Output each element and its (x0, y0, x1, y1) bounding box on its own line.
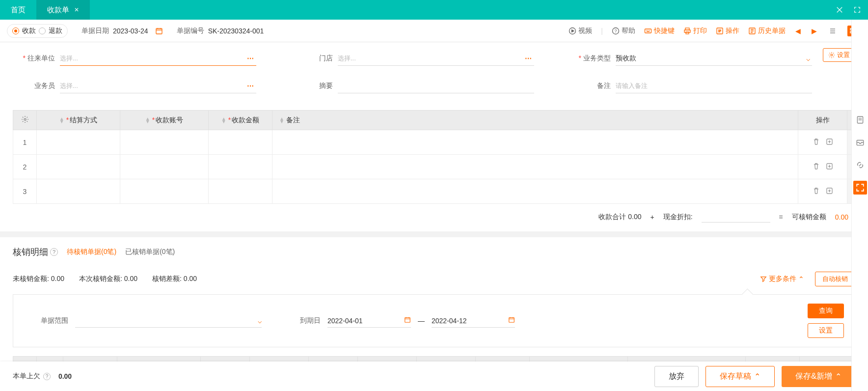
cell-pay-method[interactable] (37, 179, 120, 204)
cell-remark[interactable] (272, 179, 798, 204)
cell-account[interactable] (120, 179, 209, 204)
tab-home-label: 首页 (11, 5, 26, 15)
auto-verify-button[interactable]: 自动核销 (815, 272, 855, 286)
date-to-input[interactable]: 2022-04-12 (432, 314, 515, 328)
toolbar-operate-label: 操作 (726, 27, 739, 35)
cell-remark[interactable] (272, 130, 798, 155)
row-index: 3 (13, 179, 37, 204)
add-row-icon[interactable] (826, 138, 833, 147)
help-icon[interactable]: ? (50, 248, 58, 256)
chevron-down-icon: ⌵ (806, 55, 810, 62)
biz-type-label: 业务类型 (569, 54, 611, 63)
sum-value: 0.00 (628, 213, 641, 221)
chevron-up-icon: ⌃ (754, 372, 760, 381)
calendar-icon[interactable] (155, 27, 163, 35)
help-icon[interactable]: ? (43, 373, 51, 380)
biz-type-select[interactable]: 预收款 ⌵ (616, 51, 812, 66)
field-agent: 业务员 选择... ⋯ (13, 79, 256, 93)
toolbar-print[interactable]: 打印 (683, 27, 707, 35)
chevron-up-icon: ⌃ (835, 372, 841, 381)
next-doc-icon[interactable]: ▶ (811, 27, 818, 35)
tab-home[interactable]: 首页 (0, 0, 36, 20)
remark-input[interactable]: 请输入备注 (616, 79, 812, 93)
view-list-icon[interactable] (827, 26, 839, 36)
tab-receipt[interactable]: 收款单 ✕ (36, 0, 90, 20)
window-close-icon[interactable] (835, 5, 844, 15)
query-button[interactable]: 查询 (808, 304, 844, 318)
sum-label: 收款合计 (598, 213, 626, 221)
col-pay-method[interactable]: ▲▼*结算方式 (37, 111, 120, 130)
form-settings-button[interactable]: 设置 (823, 48, 855, 62)
toolbar-shortcut[interactable]: 快捷键 (644, 27, 675, 35)
table-row[interactable]: 1 (13, 130, 855, 155)
range-select[interactable]: ⌵ (75, 314, 262, 328)
tab-pending-verify[interactable]: 待核销单据(0笔) (67, 248, 116, 256)
totals-row: 收款合计 0.00 + 现金折扣: = 可核销金额 0.00 (0, 210, 868, 231)
svg-rect-0 (156, 28, 162, 34)
more-icon[interactable]: ⋯ (525, 55, 532, 62)
window-fullscreen-icon[interactable] (852, 5, 862, 15)
delete-row-icon[interactable] (813, 138, 820, 147)
svg-point-13 (24, 118, 26, 120)
delete-row-icon[interactable] (813, 163, 820, 171)
toolbar-video[interactable]: 视频 (569, 27, 592, 35)
plus-sign: + (650, 213, 654, 221)
more-icon[interactable]: ⋯ (247, 82, 254, 90)
cell-amount[interactable] (209, 155, 272, 179)
radio-receive[interactable]: 收款 (12, 27, 36, 35)
store-input[interactable]: 选择... ⋯ (338, 51, 534, 66)
rail-link-icon[interactable] (853, 158, 867, 172)
cell-account[interactable] (120, 130, 209, 155)
form-area: 往来单位 选择... ⋯ 门店 选择... ⋯ 业务类型 预收款 ⌵ (0, 42, 868, 110)
counterparty-input[interactable]: 选择... ⋯ (60, 51, 256, 66)
discard-button[interactable]: 放弃 (654, 366, 699, 387)
summary-input[interactable] (338, 79, 534, 93)
calendar-icon[interactable] (404, 316, 411, 325)
col-amount[interactable]: ▲▼*收款金额 (209, 111, 272, 130)
table-row[interactable]: 3 (13, 179, 855, 204)
close-icon[interactable]: ✕ (74, 6, 79, 13)
col-account[interactable]: ▲▼*收款账号 (120, 111, 209, 130)
cell-amount[interactable] (209, 130, 272, 155)
filter-settings-button[interactable]: 设置 (808, 323, 844, 338)
due-label: 到期日 (276, 316, 321, 325)
rail-note-icon[interactable] (853, 113, 867, 127)
toolbar-history[interactable]: 历史单据 (748, 27, 786, 35)
add-row-icon[interactable] (826, 163, 833, 171)
table-row[interactable]: 2 (13, 155, 855, 179)
doc-date-label: 单据日期 (81, 27, 109, 35)
more-conditions-button[interactable]: 更多条件 ⌃ (760, 275, 804, 283)
add-row-icon[interactable] (826, 187, 833, 196)
save-draft-button[interactable]: 保存草稿 ⌃ (705, 366, 775, 387)
doc-date-value[interactable]: 2023-03-24 (113, 27, 148, 35)
chevron-down-icon: ⌵ (258, 317, 262, 325)
cell-account[interactable] (120, 155, 209, 179)
rail-inbox-icon[interactable] (853, 136, 867, 149)
verification-section: 核销明细 ? 待核销单据(0笔) 已核销单据(0笔) 未核销金额: 0.00 本… (0, 237, 868, 379)
table-gear-header[interactable] (13, 111, 37, 130)
cell-remark[interactable] (272, 155, 798, 179)
save-new-button[interactable]: 保存&新增 ⌃ (782, 366, 855, 387)
cell-pay-method[interactable] (37, 130, 120, 155)
svg-rect-17 (405, 318, 410, 323)
toolbar-operate[interactable]: 操作 (716, 27, 739, 35)
more-icon[interactable]: ⋯ (247, 55, 254, 62)
discount-input[interactable] (702, 212, 770, 223)
col-remark[interactable]: ▲▼备注 (272, 111, 798, 130)
summary-label: 摘要 (291, 82, 333, 90)
toolbar-help[interactable]: ? 帮助 (612, 27, 635, 35)
cell-pay-method[interactable] (37, 155, 120, 179)
date-from-input[interactable]: 2022-04-01 (327, 314, 411, 328)
calendar-icon[interactable] (508, 316, 515, 325)
radio-refund[interactable]: 退款 (39, 27, 62, 35)
prev-doc-icon[interactable]: ◀ (794, 27, 802, 35)
delete-row-icon[interactable] (813, 187, 820, 196)
cell-amount[interactable] (209, 179, 272, 204)
store-label: 门店 (291, 54, 333, 63)
row-index: 1 (13, 130, 37, 155)
agent-input[interactable]: 选择... ⋯ (60, 79, 256, 93)
owe-label: 本单上欠 (13, 372, 40, 381)
tab-done-verify[interactable]: 已核销单据(0笔) (125, 248, 175, 256)
rail-expand-icon[interactable] (853, 181, 867, 195)
footer-bar: 本单上欠 ? 0.00 放弃 保存草稿 ⌃ 保存&新增 ⌃ (0, 362, 868, 391)
